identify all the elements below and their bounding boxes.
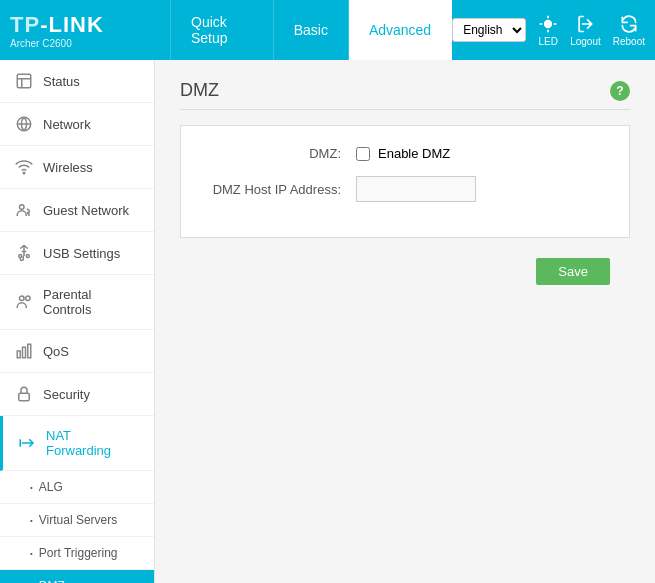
reboot-button[interactable]: Reboot [613,14,645,47]
submenu-label-virtual-servers: Virtual Servers [39,513,117,527]
sidebar-item-usb-settings[interactable]: USB Settings [0,232,154,275]
dmz-label: DMZ: [201,146,341,161]
svg-point-14 [26,296,31,301]
enable-dmz-checkbox[interactable] [356,147,370,161]
submenu-dmz[interactable]: • DMZ [0,570,154,583]
sidebar-item-guest-network[interactable]: Guest Network [0,189,154,232]
language-select[interactable]: English [452,18,526,42]
tab-quick-setup[interactable]: Quick Setup [170,0,274,60]
svg-point-11 [19,255,22,258]
led-button[interactable]: LED [538,14,558,47]
page-title: DMZ [180,80,219,101]
dmz-row: DMZ: Enable DMZ [201,146,609,161]
svg-rect-18 [19,393,30,401]
sidebar-item-parental-controls[interactable]: Parental Controls [0,275,154,330]
header: TP-LINK Archer C2600 Quick Setup Basic A… [0,0,655,60]
sidebar-item-network[interactable]: Network [0,103,154,146]
bullet-port-triggering: • [30,549,33,558]
host-ip-label: DMZ Host IP Address: [201,182,341,197]
svg-rect-16 [23,347,26,358]
host-ip-input[interactable] [356,176,476,202]
bullet-alg: • [30,483,33,492]
submenu-label-dmz: DMZ [39,579,65,583]
sidebar-label-nat-forwarding: NAT Forwarding [46,428,139,458]
sidebar-label-usb-settings: USB Settings [43,246,120,261]
logout-label: Logout [570,36,601,47]
sidebar-label-security: Security [43,387,90,402]
svg-rect-5 [17,74,31,88]
submenu-label-port-triggering: Port Triggering [39,546,118,560]
enable-dmz-label: Enable DMZ [378,146,450,161]
submenu-label-alg: ALG [39,480,63,494]
content-area: DMZ ? DMZ: Enable DMZ DMZ Host IP Addres… [155,60,655,583]
logo-area: TP-LINK Archer C2600 [10,12,170,49]
svg-point-0 [544,19,552,27]
sidebar-label-qos: QoS [43,344,69,359]
form-section: DMZ: Enable DMZ DMZ Host IP Address: [180,125,630,238]
dmz-control: Enable DMZ [356,146,450,161]
logout-button[interactable]: Logout [570,14,601,47]
svg-rect-15 [17,351,20,358]
header-right: English LED Logout Reboot [452,14,645,47]
help-icon[interactable]: ? [610,81,630,101]
sidebar-label-parental-controls: Parental Controls [43,287,139,317]
reboot-label: Reboot [613,36,645,47]
svg-point-12 [26,255,29,258]
svg-point-13 [20,296,25,301]
submenu-port-triggering[interactable]: • Port Triggering [0,537,154,570]
sidebar-item-security[interactable]: Security [0,373,154,416]
svg-point-10 [20,205,25,210]
sidebar-item-status[interactable]: Status [0,60,154,103]
sidebar-item-qos[interactable]: QoS [0,330,154,373]
host-ip-row: DMZ Host IP Address: [201,176,609,202]
submenu-alg[interactable]: • ALG [0,471,154,504]
save-row: Save [180,258,630,285]
sidebar-label-network: Network [43,117,91,132]
sidebar-item-nat-forwarding[interactable]: NAT Forwarding [0,416,154,471]
svg-rect-17 [28,344,31,358]
sidebar-item-wireless[interactable]: Wireless [0,146,154,189]
led-label: LED [538,36,557,47]
save-button[interactable]: Save [536,258,610,285]
nav-tabs: Quick Setup Basic Advanced [170,0,452,60]
main-layout: Status Network Wireless Guest Network [0,60,655,583]
bullet-virtual-servers: • [30,516,33,525]
sidebar-label-wireless: Wireless [43,160,93,175]
logo-model: Archer C2600 [10,38,170,49]
page-title-row: DMZ ? [180,80,630,110]
sidebar: Status Network Wireless Guest Network [0,60,155,583]
sidebar-label-status: Status [43,74,80,89]
submenu-virtual-servers[interactable]: • Virtual Servers [0,504,154,537]
svg-point-9 [23,172,25,174]
logo-brand: TP-LINK [10,12,170,38]
host-ip-control [356,176,476,202]
tab-advanced[interactable]: Advanced [349,0,452,60]
tab-basic[interactable]: Basic [274,0,349,60]
sidebar-label-guest-network: Guest Network [43,203,129,218]
